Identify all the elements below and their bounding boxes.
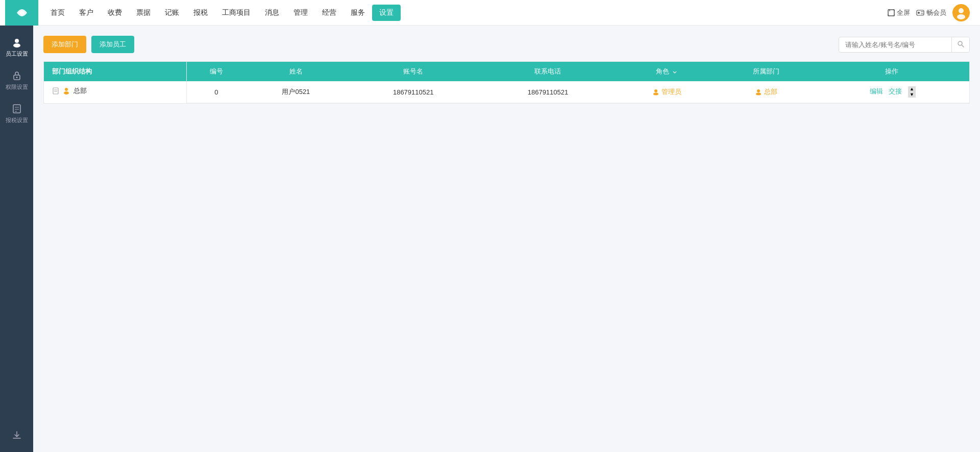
col-id: 编号 xyxy=(187,62,246,81)
sidebar-employee-label: 员工设置 xyxy=(6,50,28,58)
svg-point-8 xyxy=(15,39,19,43)
member-label: 畅会员 xyxy=(926,8,946,17)
svg-point-9 xyxy=(13,43,20,47)
svg-point-22 xyxy=(65,88,68,91)
nav-invoice[interactable]: 票据 xyxy=(129,0,158,26)
search-button[interactable] xyxy=(951,37,969,52)
svg-point-7 xyxy=(957,14,965,19)
sidebar-item-employee[interactable]: 员工设置 xyxy=(0,31,33,64)
sidebar-permission-label: 权限设置 xyxy=(6,83,28,91)
content-area: 部门组织结构 总部 编号 姓名 xyxy=(43,61,970,104)
table-panel: 编号 姓名 账号名 联系电话 角色 所属部门 操作 xyxy=(187,62,969,103)
scroll-down-btn[interactable]: ▼ xyxy=(908,92,916,98)
sidebar-bottom xyxy=(0,423,33,447)
svg-point-24 xyxy=(654,89,657,92)
cell-name: 用户0521 xyxy=(246,81,346,103)
col-action: 操作 xyxy=(814,62,969,81)
nav-service[interactable]: 服务 xyxy=(344,0,372,26)
top-nav: 首页 客户 收费 票据 记账 报税 工商项目 消息 管理 经营 服务 设置 全屏 xyxy=(0,0,980,26)
nav-operation[interactable]: 经营 xyxy=(315,0,344,26)
sidebar-tax-label: 报税设置 xyxy=(6,116,28,124)
svg-line-18 xyxy=(962,45,964,47)
col-name: 姓名 xyxy=(246,62,346,81)
tree-item-label: 总部 xyxy=(74,86,87,96)
scroll-up-btn[interactable]: ▲ xyxy=(908,86,916,92)
svg-point-25 xyxy=(653,93,658,96)
col-account: 账号名 xyxy=(346,62,481,81)
cell-role: 管理员 xyxy=(615,81,718,103)
svg-rect-1 xyxy=(888,10,894,16)
sidebar-download-btn[interactable] xyxy=(0,423,33,447)
cell-account: 18679110521 xyxy=(346,81,481,103)
col-role[interactable]: 角色 xyxy=(615,62,718,81)
svg-point-11 xyxy=(16,77,17,78)
cell-actions: 编辑 交接 ▲ ▼ xyxy=(814,81,969,103)
svg-rect-12 xyxy=(13,105,20,113)
tree-header: 部门组织结构 xyxy=(44,62,186,81)
user-avatar[interactable] xyxy=(952,4,970,21)
svg-point-26 xyxy=(757,89,760,92)
nav-business[interactable]: 工商项目 xyxy=(215,0,258,26)
employee-table: 编号 姓名 账号名 联系电话 角色 所属部门 操作 xyxy=(187,62,969,103)
nav-settings[interactable]: 设置 xyxy=(372,5,401,21)
member-btn[interactable]: 畅会员 xyxy=(916,8,946,17)
main-content: 添加部门 添加员工 部门组织结构 xyxy=(33,26,980,452)
sidebar: 员工设置 权限设置 报税设置 xyxy=(0,26,33,452)
nav-message[interactable]: 消息 xyxy=(258,0,286,26)
fullscreen-label: 全屏 xyxy=(897,8,910,17)
col-phone: 联系电话 xyxy=(481,62,616,81)
sidebar-item-tax-settings[interactable]: 报税设置 xyxy=(0,97,33,130)
svg-point-23 xyxy=(64,91,69,94)
nav-manage[interactable]: 管理 xyxy=(286,0,315,26)
add-emp-button[interactable]: 添加员工 xyxy=(91,36,134,53)
nav-fee[interactable]: 收费 xyxy=(101,0,129,26)
cell-dept: 总部 xyxy=(718,81,814,103)
nav-client[interactable]: 客户 xyxy=(72,0,101,26)
edit-action[interactable]: 编辑 xyxy=(870,87,883,95)
cell-id: 0 xyxy=(187,81,246,103)
tree-item-general[interactable]: 总部 xyxy=(44,81,186,101)
fullscreen-btn[interactable]: 全屏 xyxy=(888,8,910,17)
add-dept-button[interactable]: 添加部门 xyxy=(43,36,86,53)
cell-phone: 18679110521 xyxy=(481,81,616,103)
svg-point-3 xyxy=(918,12,920,14)
nav-home[interactable]: 首页 xyxy=(43,0,72,26)
app-logo xyxy=(5,0,38,26)
svg-point-17 xyxy=(958,41,962,45)
search-box xyxy=(839,37,970,53)
tree-panel: 部门组织结构 总部 xyxy=(44,62,187,103)
table-row: 0 用户0521 18679110521 18679110521 管理员 xyxy=(187,81,969,103)
col-dept: 所属部门 xyxy=(718,62,814,81)
search-input[interactable] xyxy=(839,38,951,52)
nav-tax[interactable]: 报税 xyxy=(186,0,215,26)
nav-items: 首页 客户 收费 票据 记账 报税 工商项目 消息 管理 经营 服务 设置 xyxy=(38,0,888,26)
svg-point-0 xyxy=(20,11,24,15)
nav-accounting[interactable]: 记账 xyxy=(158,0,186,26)
toolbar: 添加部门 添加员工 xyxy=(43,36,970,53)
svg-rect-19 xyxy=(53,88,58,94)
svg-point-27 xyxy=(756,93,761,96)
sidebar-item-permission[interactable]: 权限设置 xyxy=(0,64,33,97)
svg-point-6 xyxy=(959,8,964,13)
top-nav-right: 全屏 畅会员 xyxy=(888,4,975,21)
handover-action[interactable]: 交接 xyxy=(889,87,902,95)
